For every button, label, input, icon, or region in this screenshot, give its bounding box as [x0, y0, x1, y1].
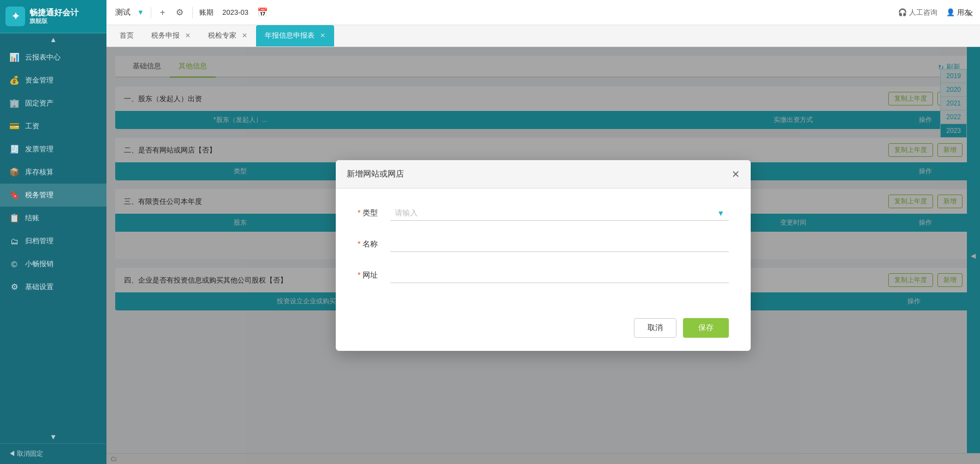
- dialog-header: 新增网站或网店 ✕: [336, 160, 751, 189]
- sidebar-item-label: 归档管理: [25, 236, 54, 246]
- sidebar-scroll-down[interactable]: ▼: [0, 431, 106, 443]
- zijin-icon: 💰: [9, 75, 20, 85]
- tab-yearreport-close[interactable]: ✕: [320, 32, 325, 39]
- form-row-name: * 名称: [358, 236, 729, 252]
- dialog-title: 新增网站或网店: [347, 169, 404, 179]
- headphone-icon: 🎧: [898, 8, 907, 16]
- sidebar-item-jiezhang[interactable]: 📋 结账: [0, 207, 106, 230]
- help-button[interactable]: 🎧 人工咨询: [898, 8, 937, 17]
- tab-taxinspect-close[interactable]: ✕: [242, 32, 247, 39]
- type-input[interactable]: [390, 205, 729, 221]
- gongzi-icon: 💳: [9, 121, 20, 131]
- sidebar-item-kucun[interactable]: 📦 库存核算: [0, 161, 106, 184]
- xiaochangbaoxiao-icon: ©: [9, 260, 20, 269]
- tab-home-label: 首页: [120, 31, 134, 40]
- tab-home[interactable]: 首页: [111, 25, 142, 46]
- user-icon: 👤: [946, 8, 955, 16]
- sidebar-item-label: 固定资产: [25, 98, 54, 108]
- tab-taxreport-label: 税务申报: [151, 31, 180, 40]
- sidebar-item-shuiwu[interactable]: 🔖 税务管理: [0, 184, 106, 207]
- sidebar-item-label: 云报表中心: [25, 52, 61, 62]
- dialog-body: * 类型 ▼ * 名称: [336, 189, 751, 309]
- type-required-mark: *: [358, 208, 360, 217]
- tab-yearreport-label: 年报信息申报表: [265, 31, 314, 40]
- kucun-icon: 📦: [9, 167, 20, 177]
- period-label: 账期: [199, 8, 213, 17]
- jiezhang-icon: 📋: [9, 213, 20, 223]
- tabbar: 首页 税务申报 ✕ 税检专家 ✕ 年报信息申报表 ✕: [106, 25, 980, 47]
- app-name: 畅捷通好会计: [29, 8, 79, 17]
- tab-taxreport[interactable]: 税务申报 ✕: [142, 25, 199, 46]
- settings-button[interactable]: ⚙: [174, 5, 186, 20]
- jichushezhi-icon: ⚙: [9, 282, 20, 292]
- sidebar-item-label: 资金管理: [25, 75, 54, 85]
- company-name: 测试: [115, 8, 130, 17]
- name-input[interactable]: [390, 236, 729, 252]
- fapiao-icon: 🧾: [9, 144, 20, 154]
- url-input-wrap: [390, 267, 729, 283]
- form-row-url: * 网址: [358, 267, 729, 283]
- sidebar-item-gudingzichan[interactable]: 🏢 固定资产: [0, 92, 106, 115]
- tab-taxreport-close[interactable]: ✕: [185, 32, 191, 39]
- save-button[interactable]: 保存: [683, 318, 729, 338]
- cancel-button[interactable]: 取消: [634, 318, 676, 338]
- sidebar-item-label: 工资: [25, 121, 39, 131]
- tab-yearreport[interactable]: 年报信息申报表 ✕: [256, 25, 334, 46]
- sidebar-item-zijin[interactable]: 💰 资金管理: [0, 69, 106, 92]
- dialog-footer: 取消 保存: [336, 309, 751, 351]
- app-icon: ✦: [5, 7, 25, 26]
- name-label: * 名称: [358, 239, 390, 249]
- calendar-button[interactable]: 📅: [255, 5, 270, 20]
- topbar: 测试 ▼ + ⚙ 账期 2023-03 📅 🎧 人工咨询 👤 用友 ✕: [106, 0, 980, 25]
- sidebar-item-xiaochangbaoxiao[interactable]: © 小畅报销: [0, 252, 106, 275]
- sidebar-scroll-up[interactable]: ▲: [0, 33, 106, 46]
- name-required-mark: *: [358, 239, 360, 248]
- form-row-type: * 类型 ▼: [358, 205, 729, 221]
- sidebar-pin-toggle[interactable]: ◀ 取消固定: [0, 443, 106, 464]
- sidebar-item-fapiao[interactable]: 🧾 发票管理: [0, 138, 106, 161]
- topbar-divider-2: [192, 7, 193, 18]
- app-header: ✦ 畅捷通好会计 旗舰版: [0, 0, 106, 33]
- dialog-close-button[interactable]: ✕: [732, 169, 740, 179]
- modal-overlay: 新增网站或网店 ✕ * 类型 ▼: [106, 47, 980, 464]
- sidebar-item-guidang[interactable]: 🗂 归档管理: [0, 230, 106, 252]
- sidebar-item-jichushezhi[interactable]: ⚙ 基础设置: [0, 275, 106, 298]
- yunbaobiao-icon: 📊: [9, 52, 20, 62]
- name-input-wrap: [390, 236, 729, 252]
- topbar-right: 🎧 人工咨询 👤 用友: [898, 8, 971, 17]
- type-label: * 类型: [358, 208, 390, 218]
- sidebar-item-gongzi[interactable]: 💳 工资: [0, 115, 106, 138]
- sidebar-item-label: 税务管理: [25, 190, 54, 200]
- sidebar-nav: 📊 云报表中心 💰 资金管理 🏢 固定资产 💳 工资 🧾 发票管理 📦 库存核算…: [0, 46, 106, 431]
- sidebar-item-label: 结账: [25, 213, 39, 223]
- tab-taxinspect[interactable]: 税检专家 ✕: [199, 25, 256, 46]
- gudingzichan-icon: 🏢: [9, 98, 20, 108]
- url-input[interactable]: [390, 267, 729, 283]
- window-close-button[interactable]: ✕: [964, 7, 976, 21]
- main-area: 测试 ▼ + ⚙ 账期 2023-03 📅 🎧 人工咨询 👤 用友 ✕ 首页 税…: [106, 0, 980, 464]
- sidebar-item-label: 发票管理: [25, 144, 54, 154]
- sidebar-item-label: 小畅报销: [25, 259, 54, 269]
- sidebar-item-label: 库存核算: [25, 167, 54, 177]
- sidebar-item-yunbaobiao[interactable]: 📊 云报表中心: [0, 46, 106, 69]
- sidebar-pin-label: ◀ 取消固定: [9, 449, 43, 459]
- url-required-mark: *: [358, 271, 360, 279]
- topbar-divider-1: [151, 7, 151, 18]
- shuiwu-icon: 🔖: [9, 190, 20, 200]
- add-button[interactable]: +: [158, 5, 167, 20]
- tab-taxinspect-label: 税检专家: [208, 31, 236, 40]
- sidebar: ✦ 畅捷通好会计 旗舰版 ▲ 📊 云报表中心 💰 资金管理 🏢 固定资产 💳 工…: [0, 0, 106, 464]
- dialog-add-website: 新增网站或网店 ✕ * 类型 ▼: [336, 160, 751, 351]
- guidang-icon: 🗂: [9, 237, 20, 246]
- type-input-wrap: ▼: [390, 205, 729, 221]
- content-area: 基础信息 其他信息 ↻ 刷新 一、股东（发起人）出资 复制上年度: [106, 47, 980, 464]
- help-label: 人工咨询: [909, 8, 937, 17]
- company-dropdown[interactable]: ▼: [137, 8, 144, 16]
- app-subtitle: 旗舰版: [29, 17, 79, 25]
- period-value: 2023-03: [222, 8, 248, 16]
- url-label: * 网址: [358, 271, 390, 280]
- sidebar-item-label: 基础设置: [25, 282, 54, 292]
